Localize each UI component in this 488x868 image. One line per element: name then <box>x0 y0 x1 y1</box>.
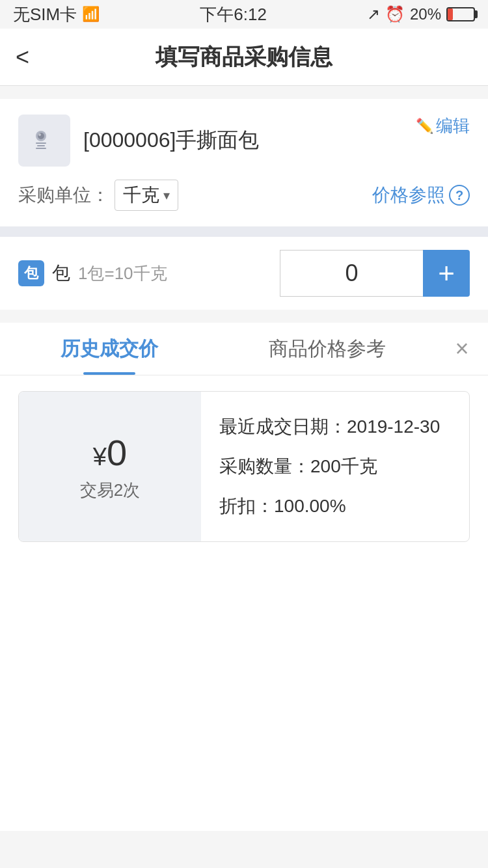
unit-select[interactable]: 千克 ▾ <box>115 180 178 211</box>
recent-date-value: 2019-12-30 <box>347 416 440 437</box>
location-icon: ↗ <box>367 5 380 23</box>
trade-count: 交易2次 <box>80 479 140 502</box>
unit-row: 采购单位： 千克 ▾ 价格参照 ? <box>18 180 470 211</box>
price-ref-label: 价格参照 <box>372 183 445 208</box>
wifi-icon: 📶 <box>82 6 100 23</box>
svg-rect-4 <box>37 145 45 146</box>
edit-label: 编辑 <box>436 115 470 137</box>
currency-symbol: ¥ <box>93 443 107 470</box>
unit-label: 采购单位： <box>18 183 109 208</box>
carrier-label: 无SIM卡 <box>13 3 77 26</box>
status-right: ↗ ⏰ 20% <box>367 5 475 23</box>
status-bar: 无SIM卡 📶 下午6:12 ↗ ⏰ 20% <box>0 0 488 29</box>
nav-bar: < 填写商品采购信息 <box>0 29 488 86</box>
svg-rect-5 <box>36 148 46 149</box>
svg-point-2 <box>38 133 41 136</box>
bag-label: 包 <box>52 261 70 286</box>
tab-product-label: 商品价格参考 <box>269 336 386 362</box>
product-image <box>18 115 70 167</box>
edit-icon: ✏️ <box>416 118 433 135</box>
price-value: 0 <box>107 432 127 473</box>
tab-underline <box>83 372 135 375</box>
history-price: ¥0 <box>93 431 127 474</box>
purchase-quantity-row: 采购数量：200千克 <box>219 452 451 481</box>
quantity-value: 0 <box>345 260 358 287</box>
status-time: 下午6:12 <box>200 3 267 26</box>
main-content: ¥0 交易2次 最近成交日期：2019-12-30 采购数量：200千克 折扣：… <box>0 375 488 831</box>
quantity-controls: 0 + <box>280 250 470 297</box>
history-card: ¥0 交易2次 最近成交日期：2019-12-30 采购数量：200千克 折扣：… <box>18 391 470 542</box>
bag-icon: 包 <box>18 260 44 286</box>
tab-history-label: 历史成交价 <box>61 336 158 362</box>
unit-value: 千克 <box>123 183 159 208</box>
recent-date-label: 最近成交日期： <box>219 416 347 437</box>
section-divider <box>0 226 488 237</box>
chevron-down-icon: ▾ <box>163 187 170 203</box>
battery-percent: 20% <box>410 5 441 23</box>
tab-close-button[interactable]: × <box>436 323 488 375</box>
svg-point-1 <box>38 133 44 139</box>
product-left: [0000006]手撕面包 <box>18 115 259 167</box>
svg-rect-3 <box>36 142 46 144</box>
page-title: 填写商品采购信息 <box>156 42 332 72</box>
history-left: ¥0 交易2次 <box>19 392 201 541</box>
product-card: [0000006]手撕面包 ✏️ 编辑 采购单位： 千克 ▾ 价格参照 ? <box>0 99 488 226</box>
discount-row: 折扣：100.00% <box>219 492 451 521</box>
quantity-hint: 1包=10千克 <box>78 262 167 285</box>
tabs-container: 历史成交价 商品价格参考 × <box>0 323 488 375</box>
back-button[interactable]: < <box>16 44 29 71</box>
history-section: ¥0 交易2次 最近成交日期：2019-12-30 采购数量：200千克 折扣：… <box>0 375 488 558</box>
product-name: [0000006]手撕面包 <box>83 126 259 155</box>
quantity-display-value: 200千克 <box>310 456 377 476</box>
alarm-icon: ⏰ <box>385 5 405 23</box>
quantity-input[interactable]: 0 <box>280 250 423 297</box>
status-left: 无SIM卡 📶 <box>13 3 100 26</box>
help-icon: ? <box>449 185 470 206</box>
history-right: 最近成交日期：2019-12-30 采购数量：200千克 折扣：100.00% <box>201 392 469 541</box>
discount-value: 100.00% <box>274 496 346 516</box>
price-ref-button[interactable]: 价格参照 ? <box>372 183 470 208</box>
quantity-row: 包 包 1包=10千克 0 + <box>0 237 488 310</box>
tab-history-price[interactable]: 历史成交价 <box>0 323 218 375</box>
discount-label: 折扣： <box>219 496 274 516</box>
edit-button[interactable]: ✏️ 编辑 <box>416 115 470 137</box>
tabs-row: 历史成交价 商品价格参考 × <box>0 323 488 375</box>
quantity-left: 包 包 1包=10千克 <box>18 260 167 286</box>
battery-icon <box>446 7 475 21</box>
quantity-plus-button[interactable]: + <box>423 250 470 297</box>
tab-product-price[interactable]: 商品价格参考 <box>218 323 436 375</box>
product-header: [0000006]手撕面包 ✏️ 编辑 <box>18 115 470 167</box>
quantity-label: 采购数量： <box>219 456 310 476</box>
recent-date-row: 最近成交日期：2019-12-30 <box>219 413 451 442</box>
